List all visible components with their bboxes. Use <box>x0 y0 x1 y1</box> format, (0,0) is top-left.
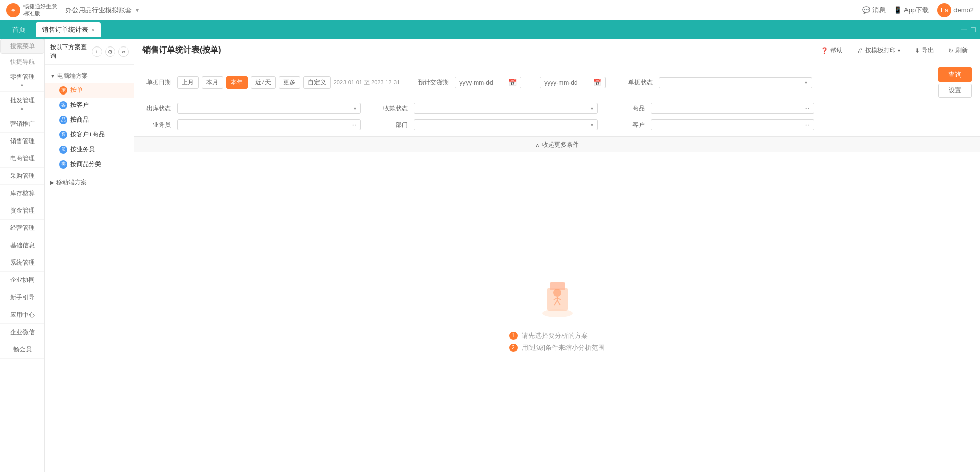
custom-btn[interactable]: 自定义 <box>303 76 331 89</box>
refresh-btn[interactable]: ↻ 刷新 <box>944 44 972 57</box>
sidebar-item-cooperation[interactable]: 企业协同 <box>0 272 44 289</box>
scheme-item-by-product[interactable]: 品 按商品 <box>45 112 134 127</box>
pc-scheme-section: ▼ 电脑端方案 按 按单 客 按客户 品 按商品 客 按客户+商品 员 按业务员… <box>45 67 134 174</box>
scheme-tree: ▼ 电脑端方案 按 按单 客 按客户 品 按商品 客 按客户+商品 员 按业务员… <box>45 65 134 472</box>
help-btn[interactable]: ❓ 帮助 <box>817 44 847 57</box>
settings-btn[interactable]: 设置 <box>938 84 972 98</box>
scheme-item-by-order[interactable]: 按 按单 <box>45 83 134 98</box>
current-year-btn[interactable]: 本年 <box>226 76 248 89</box>
sidebar-item-wholesale[interactable]: 批发管理▲ <box>0 92 44 115</box>
svg-point-4 <box>553 289 561 297</box>
status-select[interactable]: ▾ <box>659 77 812 88</box>
header-left: 畅捷通好生意 标准版 办公用品行业模拟账套 ▾ <box>6 3 139 17</box>
scheme-collapse-btn[interactable]: « <box>118 46 129 57</box>
tab-maximize-btn[interactable]: □ <box>971 25 976 34</box>
scheme-label: 按客户 <box>70 101 89 109</box>
message-btn[interactable]: 💬 消息 <box>862 6 886 15</box>
scheme-icon: 类 <box>59 160 67 169</box>
sidebar-item-system[interactable]: 系统管理 <box>0 254 44 272</box>
scheme-item-by-product-category[interactable]: 类 按商品分类 <box>45 157 134 172</box>
sidebar: 搜索菜单 快捷导航 零售管理▲批发管理▲营销推广销售管理电商管理采购管理库存核算… <box>0 39 45 472</box>
sidebar-item-purchase[interactable]: 采购管理 <box>0 168 44 185</box>
tab-sales-order[interactable]: 销售订单统计表 × <box>36 22 101 37</box>
scheme-item-by-customer[interactable]: 客 按客户 <box>45 98 134 112</box>
salesperson-text-input[interactable] <box>182 121 349 128</box>
logo-text: 畅捷通好生意 标准版 <box>23 3 57 16</box>
scheme-add-btn[interactable]: + <box>92 46 102 57</box>
sidebar-item-apps[interactable]: 应用中心 <box>0 306 44 324</box>
calendar-start-icon[interactable]: 📅 <box>508 79 517 86</box>
goods-more-btn[interactable]: ··· <box>804 105 810 112</box>
salesperson-input[interactable]: ··· <box>177 119 361 130</box>
department-select[interactable]: ▾ <box>414 119 598 130</box>
tab-minimize-btn[interactable]: ─ <box>961 25 967 34</box>
expected-date-start-input[interactable] <box>459 79 508 86</box>
ship-dropdown-icon[interactable]: ▾ <box>354 106 356 111</box>
customer-more-btn[interactable]: ··· <box>804 121 810 128</box>
status-input[interactable] <box>664 79 805 86</box>
expected-date-start[interactable]: 📅 <box>455 77 521 88</box>
sidebar-item-ecommerce[interactable]: 电商管理 <box>0 150 44 168</box>
app-download-icon: 📱 <box>894 6 902 14</box>
pc-section-header[interactable]: ▼ 电脑端方案 <box>45 69 134 83</box>
scheme-item-by-customer-product[interactable]: 客 按客户+商品 <box>45 127 134 142</box>
ship-status-input[interactable] <box>182 105 354 112</box>
app-download-btn[interactable]: 📱 App下载 <box>894 6 929 15</box>
sidebar-item-basic[interactable]: 基础信息 <box>0 237 44 254</box>
sidebar-item-guide[interactable]: 新手引导 <box>0 289 44 306</box>
search-menu-btn[interactable]: 搜索菜单 <box>0 39 44 54</box>
dept-dropdown-icon[interactable]: ▾ <box>591 122 593 128</box>
scheme-item-by-salesperson[interactable]: 员 按业务员 <box>45 142 134 157</box>
scheme-settings-btn[interactable]: ⚙ <box>105 46 115 57</box>
query-btn[interactable]: 查询 <box>938 67 972 82</box>
goods-input[interactable]: ··· <box>651 103 814 114</box>
menu-label: 库存核算 <box>10 189 35 198</box>
date-shortcuts: 上月 本月 本年 近7天 更多 自定义 2023-01-01 至 2023-12… <box>177 76 400 89</box>
sidebar-item-retail[interactable]: 零售管理▲ <box>0 68 44 92</box>
mobile-section-header[interactable]: ▶ 移动端方案 <box>45 176 134 190</box>
payment-status-select[interactable]: ▾ <box>414 103 598 114</box>
menu-label: 零售管理 <box>10 73 35 81</box>
expected-date-end[interactable]: 📅 <box>540 77 606 88</box>
goods-text-input[interactable] <box>655 105 802 112</box>
payment-dropdown-icon[interactable]: ▾ <box>591 106 593 111</box>
tab-close-btn[interactable]: × <box>91 27 94 33</box>
tab-bar: 首页 销售订单统计表 × ─ □ <box>0 20 980 39</box>
sidebar-item-inventory[interactable]: 库存核算 <box>0 185 44 202</box>
more-btn[interactable]: 更多 <box>279 76 300 89</box>
empty-svg <box>532 272 583 323</box>
page-actions: ❓ 帮助 🖨 按模板打印 ▾ ⬇ 导出 ↻ 刷新 <box>817 44 972 57</box>
filter-row-3: 业务员 ··· 部门 ▾ 客户 ··· <box>142 119 972 130</box>
scheme-icon: 员 <box>59 146 67 154</box>
sidebar-item-marketing[interactable]: 营销推广 <box>0 115 44 133</box>
breadcrumb-arrow-icon[interactable]: ▾ <box>136 7 139 14</box>
quick-nav-item[interactable]: 快捷导航 <box>0 54 44 68</box>
tab-home[interactable]: 首页 <box>4 22 34 37</box>
expected-date-end-input[interactable] <box>544 79 593 86</box>
status-dropdown-icon[interactable]: ▾ <box>805 80 807 85</box>
date-label: 单据日期 <box>142 78 171 87</box>
main-layout: 搜索菜单 快捷导航 零售管理▲批发管理▲营销推广销售管理电商管理采购管理库存核算… <box>0 39 980 472</box>
last-month-btn[interactable]: 上月 <box>177 76 199 89</box>
page-title-bar: 销售订单统计表(按单) ❓ 帮助 🖨 按模板打印 ▾ ⬇ 导出 <box>134 39 980 61</box>
salesperson-more-btn[interactable]: ··· <box>351 121 356 128</box>
sidebar-item-finance[interactable]: 资金管理 <box>0 202 44 220</box>
user-menu-btn[interactable]: Ea demo2 <box>937 3 974 17</box>
payment-status-input[interactable] <box>419 105 591 112</box>
print-btn[interactable]: 🖨 按模板打印 ▾ <box>853 44 904 57</box>
export-btn[interactable]: ⬇ 导出 <box>911 44 938 57</box>
collapse-btn[interactable]: ∧ 收起更多条件 <box>535 140 579 149</box>
sidebar-item-wechat[interactable]: 企业微信 <box>0 324 44 341</box>
empty-illustration <box>532 272 583 325</box>
customer-text-input[interactable] <box>655 121 802 128</box>
customer-input[interactable]: ··· <box>651 119 814 130</box>
sidebar-item-operations[interactable]: 经营管理 <box>0 220 44 237</box>
sidebar-item-sales[interactable]: 销售管理 <box>0 133 44 150</box>
current-month-btn[interactable]: 本月 <box>202 76 223 89</box>
department-input[interactable] <box>419 121 591 128</box>
calendar-end-icon[interactable]: 📅 <box>593 79 601 86</box>
sidebar-item-member[interactable]: 畅会员 <box>0 341 44 359</box>
ship-status-select[interactable]: ▾ <box>177 103 361 114</box>
last7days-btn[interactable]: 近7天 <box>251 76 276 89</box>
main-content: 销售订单统计表(按单) ❓ 帮助 🖨 按模板打印 ▾ ⬇ 导出 <box>134 39 980 472</box>
